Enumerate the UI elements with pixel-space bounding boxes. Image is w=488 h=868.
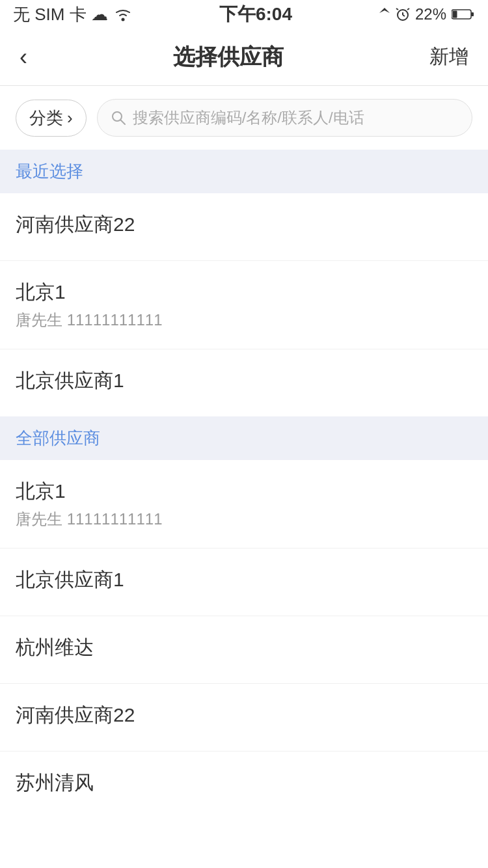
- search-placeholder: 搜索供应商编码/名称/联系人/电话: [133, 107, 364, 128]
- alarm-icon: [396, 7, 410, 21]
- item-name: 河南供应商22: [16, 702, 472, 729]
- item-sub: 唐先生 11111111111: [16, 509, 472, 530]
- recent-list: 河南供应商22 北京1 唐先生 11111111111 北京供应商1: [0, 193, 488, 416]
- list-item[interactable]: 杭州维达: [0, 616, 488, 684]
- all-section-header: 全部供应商: [0, 416, 488, 460]
- wifi-icon: [113, 7, 133, 21]
- item-name: 北京供应商1: [16, 567, 472, 593]
- status-time: 下午6:04: [219, 2, 292, 27]
- back-button[interactable]: ‹: [20, 44, 27, 71]
- nav-bar: ‹ 选择供应商 新增: [0, 29, 488, 86]
- filter-bar: 分类 › 搜索供应商编码/名称/联系人/电话: [0, 86, 488, 150]
- recent-section-header: 最近选择: [0, 150, 488, 193]
- category-button[interactable]: 分类 ›: [16, 100, 87, 137]
- status-bar: 无 SIM 卡 ☁ 下午6:04 22%: [0, 0, 488, 29]
- item-name: 北京1: [16, 478, 472, 505]
- add-button[interactable]: 新增: [429, 44, 468, 70]
- svg-line-4: [396, 8, 398, 10]
- svg-rect-7: [471, 12, 474, 16]
- battery-percent: 22%: [415, 5, 446, 23]
- svg-point-0: [121, 18, 124, 21]
- no-sim-label: 无 SIM 卡 ☁: [13, 3, 108, 26]
- location-icon: [379, 7, 390, 21]
- svg-rect-8: [453, 11, 457, 18]
- list-item[interactable]: 北京1 唐先生 11111111111: [0, 460, 488, 549]
- svg-line-10: [120, 120, 125, 125]
- item-name: 北京1: [16, 279, 472, 306]
- item-name: 河南供应商22: [16, 211, 472, 238]
- status-right: 22%: [379, 5, 475, 23]
- status-left: 无 SIM 卡 ☁: [13, 3, 133, 26]
- list-item[interactable]: 苏州清风: [0, 752, 488, 819]
- search-icon: [111, 110, 126, 126]
- item-name: 杭州维达: [16, 634, 472, 661]
- svg-line-3: [403, 15, 405, 16]
- item-sub: 唐先生 11111111111: [16, 310, 472, 331]
- all-list: 北京1 唐先生 11111111111 北京供应商1 杭州维达 河南供应商22 …: [0, 460, 488, 819]
- svg-line-5: [407, 8, 409, 10]
- item-name: 北京供应商1: [16, 368, 472, 394]
- list-item[interactable]: 北京供应商1: [0, 349, 488, 416]
- list-item[interactable]: 北京1 唐先生 11111111111: [0, 261, 488, 349]
- list-item[interactable]: 河南供应商22: [0, 684, 488, 752]
- page-title: 选择供应商: [173, 42, 284, 72]
- item-name: 苏州清风: [16, 770, 472, 796]
- battery-icon: [452, 8, 475, 20]
- list-item[interactable]: 北京供应商1: [0, 549, 488, 616]
- list-item[interactable]: 河南供应商22: [0, 193, 488, 261]
- chevron-right-icon: ›: [67, 108, 73, 128]
- search-box[interactable]: 搜索供应商编码/名称/联系人/电话: [97, 99, 472, 137]
- category-label: 分类: [29, 107, 63, 129]
